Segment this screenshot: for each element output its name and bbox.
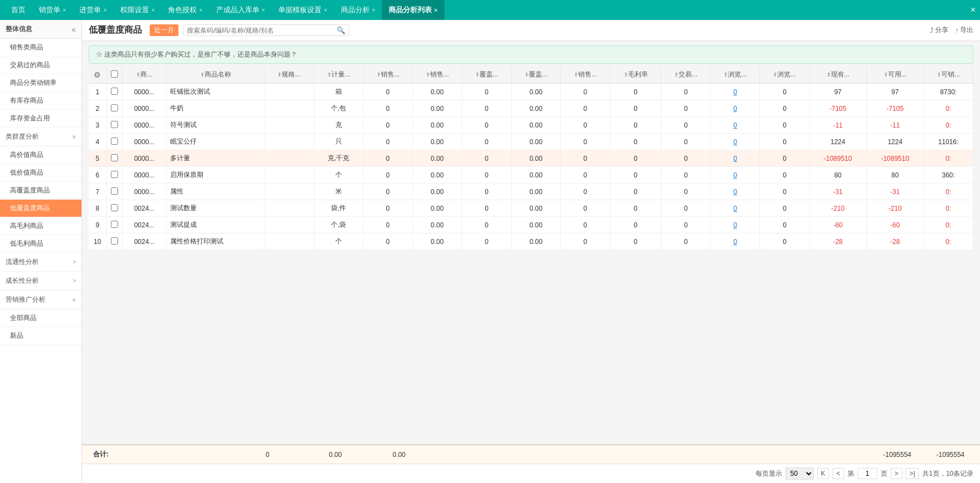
close-tab-analysis-list[interactable]: × bbox=[434, 7, 437, 13]
select-all-checkbox[interactable] bbox=[111, 70, 118, 78]
settings-icon[interactable]: ⚙ bbox=[94, 70, 101, 79]
search-input[interactable] bbox=[187, 27, 336, 34]
sidebar-item-stock-capital[interactable]: 库存资金占用 bbox=[0, 110, 81, 128]
row-browse1[interactable]: 0 bbox=[711, 233, 760, 250]
per-page-select[interactable]: 50 20 100 200 bbox=[785, 467, 814, 480]
row-checkbox[interactable] bbox=[106, 184, 122, 200]
period-btn[interactable]: 近一月 bbox=[150, 24, 178, 36]
page-suffix: 页 bbox=[881, 469, 887, 479]
row-select-checkbox[interactable] bbox=[111, 121, 118, 128]
row-browse1[interactable]: 0 bbox=[711, 100, 760, 117]
next-page-btn[interactable]: > bbox=[891, 468, 902, 479]
close-tab-sales[interactable]: × bbox=[63, 7, 66, 13]
nav-tab-sales[interactable]: 销货单 × bbox=[32, 0, 73, 20]
nav-tab-analysis-list[interactable]: 商品分析列表 × bbox=[382, 0, 444, 20]
row-checkbox[interactable] bbox=[106, 117, 122, 134]
sidebar-item-stocked-goods[interactable]: 有库存商品 bbox=[0, 92, 81, 110]
nav-tab-home[interactable]: 首页 bbox=[4, 0, 32, 20]
sidebar-item-low-value[interactable]: 低价值商品 bbox=[0, 164, 81, 182]
row-browse1[interactable]: 0 bbox=[711, 84, 760, 100]
col-gross-rate: ⬆毛利率 bbox=[610, 66, 661, 84]
row-checkbox[interactable] bbox=[106, 200, 122, 217]
row-unit: 克,千克 bbox=[314, 150, 363, 167]
nav-tab-permissions[interactable]: 权限设置 × bbox=[114, 0, 161, 20]
row-browse1[interactable]: 0 bbox=[711, 184, 760, 200]
sidebar-item-new-goods[interactable]: 新品 bbox=[0, 327, 81, 345]
row-trade: 0 bbox=[661, 217, 711, 233]
current-page-input[interactable] bbox=[858, 468, 877, 479]
search-icon[interactable]: 🔍 bbox=[336, 26, 345, 34]
sidebar-item-low-coverage[interactable]: 低覆盖度商品 bbox=[0, 200, 81, 217]
row-browse1[interactable]: 0 bbox=[711, 150, 760, 167]
row-cover2: 0.00 bbox=[511, 117, 560, 134]
row-checkbox[interactable] bbox=[106, 100, 122, 117]
export-btn[interactable]: ↑ 导出 bbox=[955, 26, 973, 35]
col-settings[interactable]: ⚙ bbox=[89, 66, 106, 84]
row-select-checkbox[interactable] bbox=[111, 237, 118, 245]
sidebar-item-high-margin[interactable]: 高毛利商品 bbox=[0, 217, 81, 235]
row-browse1[interactable]: 0 bbox=[711, 117, 760, 134]
row-select-checkbox[interactable] bbox=[111, 154, 118, 161]
nav-tab-templates[interactable]: 单据模板设置 × bbox=[272, 0, 334, 20]
header-right: ⤴ 分享 ↑ 导出 bbox=[930, 26, 973, 35]
row-browse1[interactable]: 0 bbox=[711, 200, 760, 217]
row-cover1: 0 bbox=[462, 184, 511, 200]
sidebar-section-flow[interactable]: 流通性分析 > bbox=[0, 253, 81, 272]
col-sales-qty: ⬆销售... bbox=[363, 66, 412, 84]
sidebar-top-ctrl: 整体信息 « bbox=[0, 20, 81, 39]
row-sellable: 0: bbox=[923, 184, 973, 200]
row-checkbox[interactable] bbox=[106, 167, 122, 184]
sidebar-section-quality[interactable]: 类群度分析 ∨ bbox=[0, 128, 81, 146]
sidebar-item-high-value[interactable]: 高价值商品 bbox=[0, 146, 81, 164]
row-checkbox[interactable] bbox=[106, 217, 122, 233]
row-cover1: 0 bbox=[462, 200, 511, 217]
top-nav: 首页 销货单 × 进货单 × 权限设置 × 角色授权 × 产成品入库单 × 单据… bbox=[0, 0, 980, 20]
row-select-checkbox[interactable] bbox=[111, 221, 118, 228]
sidebar-item-sales-goods[interactable]: 销售类商品 bbox=[0, 39, 81, 57]
row-checkbox[interactable] bbox=[106, 134, 122, 150]
nav-tab-products[interactable]: 产成品入库单 × bbox=[210, 0, 272, 20]
row-select-checkbox[interactable] bbox=[111, 187, 118, 195]
row-select-checkbox[interactable] bbox=[111, 171, 118, 178]
row-select-checkbox[interactable] bbox=[111, 204, 118, 211]
row-browse1[interactable]: 0 bbox=[711, 167, 760, 184]
row-select-checkbox[interactable] bbox=[111, 138, 118, 145]
close-all-tabs[interactable]: × bbox=[971, 5, 976, 15]
sidebar-item-high-coverage[interactable]: 高覆盖度商品 bbox=[0, 182, 81, 200]
sidebar-section-marketing[interactable]: 营销推广分析 ∨ bbox=[0, 291, 81, 309]
row-checkbox[interactable] bbox=[106, 84, 122, 100]
row-unit: 个,包 bbox=[314, 100, 363, 117]
share-btn[interactable]: ⤴ 分享 bbox=[930, 26, 948, 35]
nav-tab-purchase[interactable]: 进货单 × bbox=[73, 0, 113, 20]
row-gross-rate: 0 bbox=[610, 233, 661, 250]
sidebar-section-growth[interactable]: 成长性分析 > bbox=[0, 272, 81, 291]
row-checkbox[interactable] bbox=[106, 233, 122, 250]
sidebar-item-all-goods[interactable]: 全部商品 bbox=[0, 309, 81, 327]
prev-page-btn[interactable]: < bbox=[833, 468, 844, 479]
row-select-checkbox[interactable] bbox=[111, 104, 118, 111]
close-tab-purchase[interactable]: × bbox=[103, 7, 106, 13]
row-spec bbox=[264, 217, 314, 233]
close-tab-roles[interactable]: × bbox=[199, 7, 202, 13]
close-tab-permissions[interactable]: × bbox=[151, 7, 155, 13]
sidebar-item-category-rate[interactable]: 商品分类动销率 bbox=[0, 74, 81, 92]
row-browse1[interactable]: 0 bbox=[711, 134, 760, 150]
sidebar-item-traded-goods[interactable]: 交易过的商品 bbox=[0, 57, 81, 74]
row-sales-qty: 0 bbox=[363, 200, 412, 217]
sidebar-item-low-margin[interactable]: 低毛利商品 bbox=[0, 235, 81, 253]
close-tab-templates[interactable]: × bbox=[324, 7, 327, 13]
row-sellable: 0: bbox=[923, 200, 973, 217]
collapse-sidebar-btn[interactable]: « bbox=[72, 25, 76, 34]
row-browse1[interactable]: 0 bbox=[711, 217, 760, 233]
row-select-checkbox[interactable] bbox=[111, 88, 118, 95]
first-page-btn[interactable]: K bbox=[817, 468, 829, 479]
close-tab-analysis[interactable]: × bbox=[372, 7, 375, 13]
row-checkbox[interactable] bbox=[106, 150, 122, 167]
nav-tab-roles[interactable]: 角色授权 × bbox=[161, 0, 209, 20]
row-code: 0000... bbox=[122, 184, 166, 200]
nav-tab-analysis[interactable]: 商品分析 × bbox=[334, 0, 382, 20]
row-num: 6 bbox=[89, 167, 106, 184]
row-available: -31 bbox=[866, 184, 923, 200]
close-tab-products[interactable]: × bbox=[262, 7, 265, 13]
last-page-btn[interactable]: >| bbox=[906, 468, 919, 479]
